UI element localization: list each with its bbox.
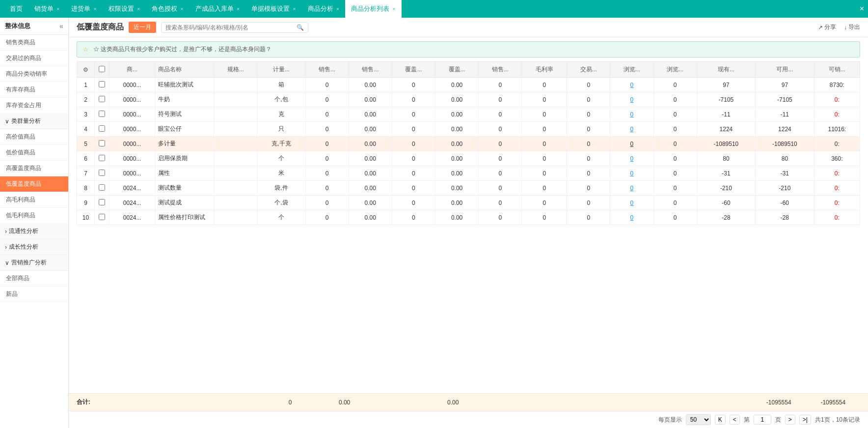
page-label: 第 xyxy=(744,416,750,424)
close-icon[interactable]: × xyxy=(392,6,395,12)
nav-tab-home[interactable]: 首页 xyxy=(4,0,28,18)
cell-browse1[interactable]: 0 xyxy=(610,92,653,107)
sidebar-item-high-gross[interactable]: 高毛利商品 xyxy=(0,192,68,208)
cell-browse2: 0 xyxy=(653,151,697,166)
row-checkbox[interactable] xyxy=(99,214,105,220)
cell-check[interactable] xyxy=(95,196,109,210)
sidebar-item-high-value[interactable]: 高价值商品 xyxy=(0,129,68,145)
sidebar-group-cluster-analysis[interactable]: ∨ 类群量分析 xyxy=(0,114,68,129)
sidebar-item-category-rate[interactable]: 商品分类动销率 xyxy=(0,66,68,82)
nav-tab-goods-analysis-list[interactable]: 商品分析列表 × xyxy=(345,0,401,18)
cell-browse1[interactable]: 0 xyxy=(610,107,653,122)
share-button[interactable]: ↗ 分享 xyxy=(818,23,836,31)
nav-tab-templates[interactable]: 单据模板设置 × xyxy=(245,0,301,18)
close-icon[interactable]: × xyxy=(180,6,183,12)
close-icon[interactable]: × xyxy=(56,6,59,12)
cell-check[interactable] xyxy=(95,181,109,196)
cell-browse1[interactable]: 0 xyxy=(610,196,653,210)
cell-unit: 个 xyxy=(257,210,305,225)
cell-cover2: 0.00 xyxy=(435,92,478,107)
row-checkbox[interactable] xyxy=(99,170,105,176)
row-checkbox[interactable] xyxy=(99,140,105,146)
cell-sales-qty: 0 xyxy=(305,166,349,181)
table-row: 5 0000... 多计量 克,千克 0 0.00 0 0.00 0 0 0 0… xyxy=(77,137,860,151)
cell-check[interactable] xyxy=(95,78,109,92)
cell-browse1[interactable]: 0 xyxy=(610,181,653,196)
cell-browse1[interactable]: 0 xyxy=(610,137,653,151)
row-checkbox[interactable] xyxy=(99,96,105,102)
nav-tab-purchase[interactable]: 进货单 × xyxy=(65,0,102,18)
per-page-select[interactable]: 50 20 100 200 xyxy=(686,414,711,425)
cell-check[interactable] xyxy=(95,151,109,166)
table-row: 3 0000... 符号测试 克 0 0.00 0 0.00 0 0 0 0 0… xyxy=(77,107,860,122)
nav-tab-products-in[interactable]: 产成品入库单 × xyxy=(190,0,245,18)
sidebar-item-inventory-funds[interactable]: 库存资金占用 xyxy=(0,98,68,114)
cell-cover2: 0.00 xyxy=(435,122,478,137)
col-header-spec: 规格... xyxy=(214,62,257,78)
nav-tab-goods-analysis[interactable]: 商品分析 × xyxy=(302,0,345,18)
cell-check[interactable] xyxy=(95,166,109,181)
top-navigation: 首页 销货单 × 进货单 × 权限设置 × 角色授权 × 产成品入库单 × 单据… xyxy=(0,0,868,18)
cell-seq: 5 xyxy=(77,137,95,151)
close-icon[interactable]: × xyxy=(336,6,339,12)
cell-sales3: 0 xyxy=(479,210,522,225)
cell-check[interactable] xyxy=(95,122,109,137)
period-button[interactable]: 近一月 xyxy=(129,22,156,33)
sidebar-item-high-coverage[interactable]: 高覆盖度商品 xyxy=(0,161,68,176)
row-checkbox[interactable] xyxy=(99,199,105,205)
cell-name: 符号测试 xyxy=(155,107,214,122)
row-checkbox[interactable] xyxy=(99,81,105,87)
nav-tab-sales[interactable]: 销货单 × xyxy=(28,0,65,18)
cell-name: 多计量 xyxy=(155,137,214,151)
close-icon[interactable]: × xyxy=(137,6,140,12)
cell-available: -28 xyxy=(756,210,814,225)
row-checkbox[interactable] xyxy=(99,184,105,191)
cell-check[interactable] xyxy=(95,107,109,122)
sidebar-item-traded-goods[interactable]: 交易过的商品 xyxy=(0,51,68,66)
last-page-button[interactable]: >| xyxy=(799,415,811,425)
sidebar-collapse-button[interactable]: « xyxy=(59,22,63,30)
sidebar-item-in-stock[interactable]: 有库存商品 xyxy=(0,82,68,98)
close-icon[interactable]: × xyxy=(93,6,96,12)
sidebar-group-growth[interactable]: › 成长性分析 xyxy=(0,239,68,255)
next-page-button[interactable]: > xyxy=(785,415,795,425)
cell-seq: 1 xyxy=(77,78,95,92)
cell-check[interactable] xyxy=(95,210,109,225)
cell-check[interactable] xyxy=(95,92,109,107)
sidebar-item-all-goods[interactable]: 全部商品 xyxy=(0,271,68,286)
sidebar-item-low-coverage[interactable]: 低覆盖度商品 xyxy=(0,176,68,192)
cell-seq: 3 xyxy=(77,107,95,122)
close-icon[interactable]: × xyxy=(237,6,240,12)
page-number-input[interactable] xyxy=(754,415,771,425)
sidebar-group-liquidity[interactable]: › 流通性分析 xyxy=(0,224,68,239)
search-input[interactable] xyxy=(165,24,297,31)
close-all-tabs-button[interactable]: × xyxy=(860,4,864,13)
row-checkbox[interactable] xyxy=(99,111,105,117)
cell-browse1[interactable]: 0 xyxy=(610,78,653,92)
cell-sales-qty: 0 xyxy=(305,78,349,92)
sidebar-item-low-value[interactable]: 低价值商品 xyxy=(0,145,68,161)
prev-page-button[interactable]: < xyxy=(730,415,740,425)
search-icon[interactable]: 🔍 xyxy=(297,24,304,31)
cell-gross: 0 xyxy=(522,122,567,137)
cell-unit: 箱 xyxy=(257,78,305,92)
nav-tab-roles[interactable]: 角色授权 × xyxy=(146,0,189,18)
sidebar-item-low-gross[interactable]: 低毛利商品 xyxy=(0,208,68,224)
cell-browse1[interactable]: 0 xyxy=(610,151,653,166)
settings-icon[interactable]: ⚙ xyxy=(83,66,88,73)
first-page-button[interactable]: K xyxy=(715,415,726,425)
sidebar-group-marketing[interactable]: ∨ 营销推广分析 xyxy=(0,255,68,271)
cell-browse1[interactable]: 0 xyxy=(610,166,653,181)
sidebar-item-sales-goods[interactable]: 销售类商品 xyxy=(0,35,68,51)
cell-browse1[interactable]: 0 xyxy=(610,210,653,225)
close-icon[interactable]: × xyxy=(293,6,296,12)
cell-browse1[interactable]: 0 xyxy=(610,122,653,137)
export-button[interactable]: ↓ 导出 xyxy=(844,23,860,31)
table-container: ⚙ 商... 商品名称 规格... 计量... 销售... 销售... 覆盖..… xyxy=(69,61,868,393)
cell-check[interactable] xyxy=(95,137,109,151)
select-all-checkbox[interactable] xyxy=(99,66,105,72)
row-checkbox[interactable] xyxy=(99,155,105,161)
nav-tab-permissions[interactable]: 权限设置 × xyxy=(103,0,146,18)
row-checkbox[interactable] xyxy=(99,125,105,132)
sidebar-item-new-goods[interactable]: 新品 xyxy=(0,286,68,302)
